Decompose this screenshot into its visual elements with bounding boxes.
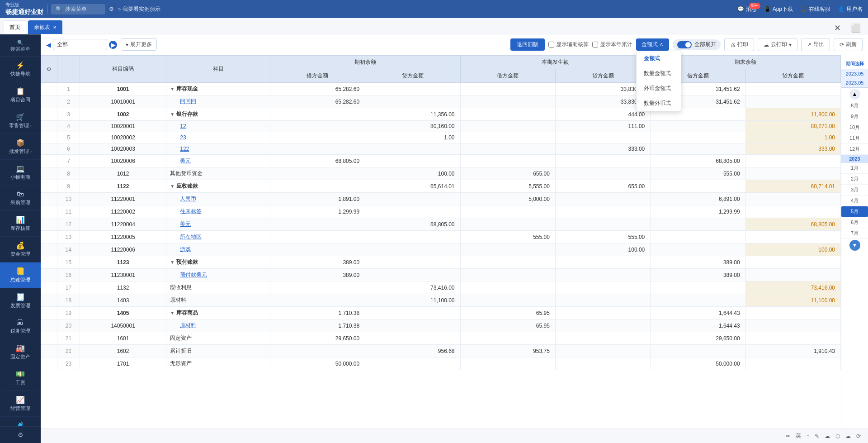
nav-right-icon[interactable]: ▶ xyxy=(109,41,117,49)
show-ytd-checkbox[interactable]: 显示本年累计 xyxy=(592,41,632,48)
demo-link[interactable]: ○ 我要看实例演示 xyxy=(118,5,160,13)
row-cell xyxy=(460,281,555,294)
mode-option-qty-foreign[interactable]: 数量外币式 xyxy=(637,96,681,111)
row-name[interactable]: 预付款美元 xyxy=(166,269,270,281)
message-btn[interactable]: 💬 消息 99+ xyxy=(737,5,756,13)
settings-btn[interactable]: ⚙ xyxy=(109,6,114,12)
tab-balance-close[interactable]: ✕ xyxy=(53,25,57,30)
row-name[interactable]: 23 xyxy=(166,132,270,143)
sidebar-item-ops[interactable]: 📈 经营管理 xyxy=(0,391,41,417)
search-box[interactable]: 全部 xyxy=(53,39,107,50)
ytd-checkbox-input[interactable] xyxy=(592,42,598,48)
show-auxiliary-checkbox[interactable]: 显示辅助核算 xyxy=(548,41,589,48)
month-8[interactable]: 8月 xyxy=(841,100,868,111)
sidebar-item-wholesale[interactable]: 📦 批发管理 › xyxy=(0,134,41,160)
search-menu-box[interactable]: 🔍 搜索菜单 xyxy=(51,4,105,14)
row-number: 11 xyxy=(57,205,80,218)
row-cell: 11,356.00 xyxy=(365,108,460,121)
month-7[interactable]: 7月 xyxy=(841,228,868,239)
row-name[interactable]: 12 xyxy=(166,121,270,132)
close-window-btn[interactable]: ✕ xyxy=(830,22,844,34)
month-9[interactable]: 9月 xyxy=(841,111,868,122)
expand-all-toggle[interactable]: 全部展开 xyxy=(673,39,721,50)
expand-more-btn[interactable]: ▾ 展开更多 xyxy=(121,38,157,51)
period-up-btn[interactable]: ▲ xyxy=(849,89,860,100)
month-12[interactable]: 12月 xyxy=(841,144,868,155)
row-name[interactable]: 美元 xyxy=(166,218,270,231)
sidebar-item-project[interactable]: 📋 项目合同 xyxy=(0,82,41,108)
mode-option-qty-amount[interactable]: 数量金额式 xyxy=(637,66,681,81)
sidebar-item-ledger[interactable]: 📒 总账管理 xyxy=(0,262,41,288)
row-settings xyxy=(41,167,57,180)
hex-btn[interactable]: ⬡ xyxy=(835,433,840,439)
sidebar-search[interactable]: 🔍 搜索菜单 xyxy=(0,36,41,57)
lang-btn[interactable]: 英 xyxy=(796,432,801,440)
user-avatar[interactable]: 👤 用户名 xyxy=(838,5,863,13)
month-3[interactable]: 3月 xyxy=(841,185,868,195)
sidebar-item-purchase[interactable]: 🛍 采购管理 xyxy=(0,186,41,211)
sidebar-item-tax[interactable]: 🏛 税务管理 xyxy=(0,314,41,339)
sidebar-item-salary[interactable]: 💵 工资 xyxy=(0,365,41,391)
row-cell xyxy=(745,307,840,319)
row-name[interactable]: 原材料 xyxy=(166,319,270,332)
month-4[interactable]: 4月 xyxy=(841,195,868,206)
cloud2-btn[interactable]: ☁ xyxy=(845,433,851,439)
row-number: 1 xyxy=(57,83,80,95)
edit-icon-btn[interactable]: ✏ xyxy=(786,433,790,439)
sidebar-item-quick-nav[interactable]: ⚡ 快捷导航 xyxy=(0,57,41,82)
finance-icon: 💰 xyxy=(2,241,39,250)
sidebar-item-inventory[interactable]: 📊 库存核算 xyxy=(0,211,41,237)
print-btn[interactable]: 🖨 打印 xyxy=(724,38,754,51)
tab-balance[interactable]: 余额表 ✕ xyxy=(28,20,62,34)
row-name[interactable]: 人民币 xyxy=(166,193,270,205)
row-cell xyxy=(365,193,460,205)
row-code: 10020006 xyxy=(80,155,166,167)
sidebar-item-ecommerce[interactable]: 💻 小畅电商 xyxy=(0,160,41,186)
sidebar-item-fixed-assets[interactable]: 🏭 固定资产 xyxy=(0,339,41,365)
toggle-switch[interactable] xyxy=(677,41,692,48)
table-row: 1411220006游戏100.00100.00 xyxy=(41,243,841,256)
sidebar-item-reimbursement[interactable]: 🧳 小畅报销 xyxy=(0,417,41,426)
tab-balance-label: 余额表 xyxy=(34,24,50,31)
row-name[interactable]: 回回回 xyxy=(166,95,270,108)
cloud-btn[interactable]: ☁ xyxy=(825,433,830,439)
row-name[interactable]: 所在地区 xyxy=(166,231,270,243)
col-settings-icon[interactable]: ⚙ xyxy=(47,66,52,72)
row-code: 1701 xyxy=(80,357,166,370)
month-11[interactable]: 11月 xyxy=(841,133,868,144)
row-settings xyxy=(41,143,57,155)
export-btn[interactable]: ↗ 导出 xyxy=(801,38,830,51)
auxiliary-checkbox-input[interactable] xyxy=(548,42,554,48)
pencil-btn[interactable]: ✎ xyxy=(815,433,819,439)
month-5[interactable]: 5月 xyxy=(841,206,868,217)
mode-option-amount[interactable]: 金额式 xyxy=(637,51,681,66)
mode-option-foreign-amount[interactable]: 外币金额式 xyxy=(637,81,681,96)
period-down-btn[interactable]: ▼ xyxy=(849,240,860,251)
upload-btn[interactable]: ↑ xyxy=(807,433,809,439)
sidebar-item-finance[interactable]: 💰 资金管理 xyxy=(0,237,41,262)
month-1[interactable]: 1月 xyxy=(841,163,868,174)
row-cell xyxy=(745,83,840,95)
month-10[interactable]: 10月 xyxy=(841,122,868,133)
cloud-print-btn[interactable]: ☁ 云打印 ▾ xyxy=(758,38,797,51)
maximize-window-btn[interactable]: ⬜ xyxy=(847,22,864,34)
refresh2-btn[interactable]: ⟳ xyxy=(856,433,861,439)
nav-left-icon[interactable]: ◀ xyxy=(46,41,51,48)
return-old-btn[interactable]: 退回旧版 xyxy=(510,38,545,51)
refresh-btn[interactable]: ⟳ 刷新 xyxy=(834,38,863,51)
sidebar-item-invoice[interactable]: 🧾 发票管理 xyxy=(0,288,41,314)
sidebar-settings[interactable]: ⚙ xyxy=(0,426,41,443)
row-name[interactable]: 游戏 xyxy=(166,243,270,256)
mode-dropdown-btn[interactable]: 金额式 ∧ xyxy=(636,38,669,51)
online-service-btn[interactable]: 🎧 在线客服 xyxy=(800,5,830,13)
row-name[interactable]: 美元 xyxy=(166,155,270,167)
inventory-icon: 📊 xyxy=(2,215,39,224)
app-download-btn[interactable]: 📱 App下载 xyxy=(764,5,793,13)
month-2[interactable]: 2月 xyxy=(841,174,868,185)
row-name[interactable]: 122 xyxy=(166,143,270,155)
row-cell xyxy=(270,294,365,307)
sidebar-item-retail[interactable]: 🛒 零售管理 › xyxy=(0,108,41,134)
tab-home[interactable]: 首页 xyxy=(4,20,26,34)
month-6[interactable]: 6月 xyxy=(841,217,868,228)
row-name[interactable]: 往来标签 xyxy=(166,205,270,218)
